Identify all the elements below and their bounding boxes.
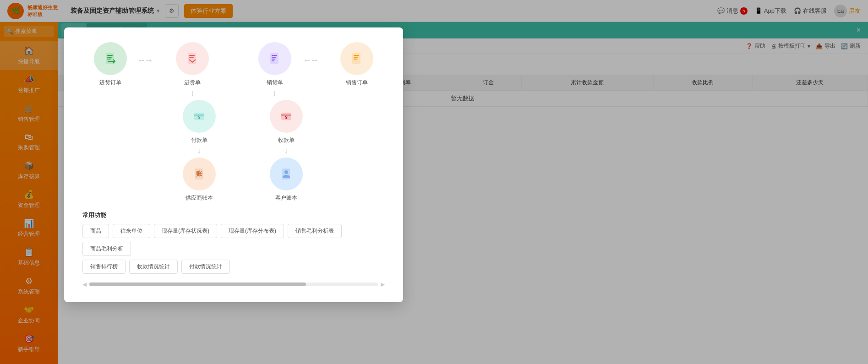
down-arrow-sales: ↓ bbox=[246, 87, 303, 100]
scroll-right-arrow[interactable]: ▶ bbox=[381, 281, 385, 288]
arrow-po-to-pb: - - → bbox=[139, 55, 165, 65]
main-area: 🔍 搜索菜单 🏠 快捷导航 📣 营销推广 🛒 销售管理 🛍 采购管理 bbox=[0, 22, 868, 364]
flow-row-arrows2: ↓ ↓ bbox=[82, 144, 385, 158]
scroll-left-arrow[interactable]: ◀ bbox=[82, 281, 87, 288]
content-area: 首页 销售订单执行表 × × ❓ 帮助 🖨 按模板打印 bbox=[58, 22, 868, 364]
svg-rect-6 bbox=[189, 55, 195, 56]
svg-rect-2 bbox=[107, 57, 112, 58]
flow-node-sales-bill[interactable]: 销货单 bbox=[246, 42, 303, 87]
flow-node-supplier-account[interactable]: 账 供应商账本 bbox=[169, 158, 229, 202]
btn-stock-status[interactable]: 现存量(库存状况表) bbox=[154, 224, 217, 238]
purchase-bill-icon bbox=[176, 42, 209, 75]
flow-section: 进货订单 - - → bbox=[82, 42, 385, 202]
svg-rect-16 bbox=[354, 59, 357, 60]
btn-stock-dist[interactable]: 现存量(库存分布表) bbox=[221, 224, 284, 238]
svg-rect-1 bbox=[107, 55, 113, 56]
btn-sales-gross[interactable]: 销售毛利分析表 bbox=[288, 224, 342, 238]
btn-sales-rank[interactable]: 销售排行榜 bbox=[82, 260, 126, 274]
svg-rect-3 bbox=[107, 59, 111, 60]
sales-order-icon bbox=[340, 42, 373, 75]
down-arrow-purchase: ↓ bbox=[164, 87, 221, 100]
btn-goods-gross[interactable]: 商品毛利分析 bbox=[82, 242, 131, 256]
flow-node-receipt-bill[interactable]: ¥ 收款单 bbox=[257, 100, 316, 144]
sales-order-label: 销售订单 bbox=[346, 79, 368, 87]
supplier-account-label: 供应商账本 bbox=[186, 194, 213, 202]
sales-bill-label: 销货单 bbox=[267, 79, 283, 87]
common-functions-title: 常用功能 bbox=[82, 211, 385, 219]
flow-row-arrows: ↓ ↓ bbox=[82, 87, 385, 100]
common-buttons-row1: 商品 往来单位 现存量(库存状况表) 现存量(库存分布表) 销售毛利分析表 商品… bbox=[82, 224, 385, 256]
svg-rect-10 bbox=[272, 57, 276, 58]
svg-rect-11 bbox=[272, 59, 275, 60]
app-container: 🌿 畅康通好生意 标准版 装备及固定资产辅助管理系统 ▾ ⚙ 体验行业方案 💬 … bbox=[0, 0, 868, 364]
svg-text:¥: ¥ bbox=[285, 115, 287, 120]
sales-bill-icon bbox=[258, 42, 291, 75]
svg-text:账: 账 bbox=[196, 170, 203, 177]
receipt-bill-icon: ¥ bbox=[270, 100, 303, 133]
flow-node-payment-bill[interactable]: ¥ 付款单 bbox=[169, 100, 229, 144]
modal-scrollbar[interactable]: ◀ ▶ bbox=[82, 281, 385, 288]
flow-node-customer-account[interactable]: 客户账本 bbox=[257, 158, 316, 202]
btn-goods[interactable]: 商品 bbox=[82, 224, 109, 238]
svg-rect-14 bbox=[354, 55, 359, 56]
flow-node-sales-order[interactable]: 销售订单 bbox=[328, 42, 385, 87]
svg-rect-9 bbox=[272, 55, 277, 56]
flow-row-1: 进货订单 - - → bbox=[82, 42, 385, 87]
common-functions-section: 常用功能 商品 往来单位 现存量(库存状况表) 现存量(库存分布表) 销售毛利分… bbox=[82, 211, 385, 274]
down-arrow-payment: ↓ bbox=[169, 144, 229, 158]
down-arrow-receipt: ↓ bbox=[257, 144, 316, 158]
arrow-so-to-sb: ← - - bbox=[303, 55, 329, 65]
flow-row-2: ¥ 付款单 bbox=[82, 100, 385, 144]
svg-rect-12 bbox=[272, 60, 274, 61]
purchase-order-label: 进货订单 bbox=[99, 79, 121, 87]
btn-payment-stat[interactable]: 付款情况统计 bbox=[181, 260, 230, 274]
svg-rect-15 bbox=[354, 57, 358, 58]
supplier-account-icon: 账 bbox=[183, 158, 216, 190]
common-buttons-row2: 销售排行榜 收款情况统计 付款情况统计 bbox=[82, 260, 385, 274]
flow-node-purchase-bill[interactable]: 进货单 bbox=[164, 42, 221, 87]
customer-account-label: 客户账本 bbox=[275, 194, 297, 202]
flow-modal: 进货订单 - - → bbox=[64, 27, 403, 302]
payment-bill-icon: ¥ bbox=[183, 100, 216, 133]
customer-account-icon bbox=[270, 158, 303, 190]
svg-rect-7 bbox=[189, 57, 194, 58]
svg-text:¥: ¥ bbox=[198, 115, 200, 120]
btn-partner[interactable]: 往来单位 bbox=[113, 224, 150, 238]
purchase-order-icon bbox=[94, 42, 127, 75]
flow-node-purchase-order[interactable]: 进货订单 bbox=[82, 42, 139, 87]
svg-point-26 bbox=[284, 170, 288, 174]
svg-rect-25 bbox=[282, 168, 290, 179]
scrollbar-thumb[interactable] bbox=[89, 283, 306, 286]
receipt-bill-label: 收款单 bbox=[278, 136, 295, 144]
payment-bill-label: 付款单 bbox=[191, 136, 207, 144]
purchase-bill-label: 进货单 bbox=[184, 79, 201, 87]
flow-row-3: 账 供应商账本 bbox=[82, 158, 385, 202]
modal-overlay: 进货订单 - - → bbox=[58, 22, 868, 364]
btn-receipt-stat[interactable]: 收款情况统计 bbox=[129, 260, 178, 274]
scrollbar-track[interactable] bbox=[89, 283, 378, 286]
